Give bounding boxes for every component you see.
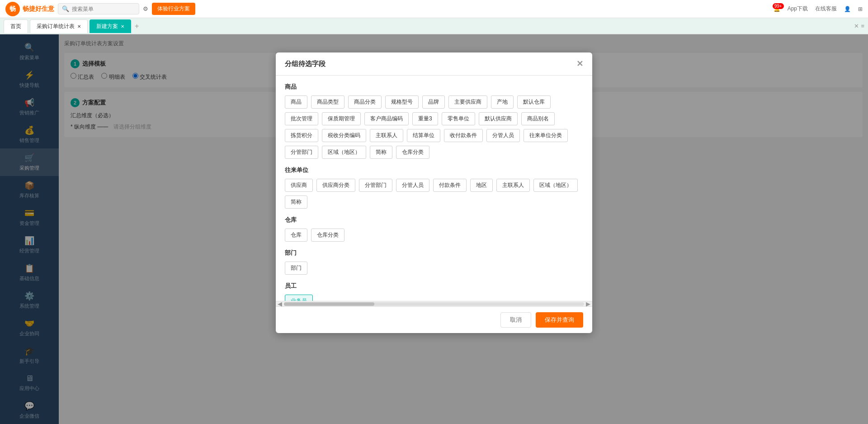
tab-purchase-order[interactable]: 采购订单统计表 ✕	[30, 19, 88, 33]
field-tag-区域（地区）[interactable]: 区域（地区）	[322, 146, 366, 159]
online-service-link[interactable]: 在线客服	[815, 5, 837, 13]
field-tag-往来单位分类[interactable]: 往来单位分类	[524, 129, 568, 142]
section-department: 部门部门	[285, 249, 583, 275]
field-tag-仓库[interactable]: 仓库	[285, 229, 307, 242]
section-counterpart: 往来单位供应商供应商分类分管部门分管人员付款条件地区主联系人区域（地区）简称	[285, 166, 583, 209]
field-tag-简称[interactable]: 简称	[285, 195, 307, 209]
save-button[interactable]: 保存并查询	[536, 312, 583, 328]
tab-bar-close-icon[interactable]: ✕	[854, 23, 859, 29]
field-tag-分管部门[interactable]: 分管部门	[285, 146, 318, 159]
field-tag-供应商[interactable]: 供应商	[285, 179, 313, 192]
field-tag-拣货积分[interactable]: 拣货积分	[285, 129, 318, 142]
notification-area[interactable]: 🔔 99+	[774, 6, 780, 12]
field-tag-商品[interactable]: 商品	[285, 95, 307, 109]
field-tag-分管人员[interactable]: 分管人员	[486, 129, 520, 142]
section-warehouse: 仓库仓库仓库分类	[285, 216, 583, 242]
field-tag-仓库分类[interactable]: 仓库分类	[396, 146, 429, 159]
tab-new-scheme-close[interactable]: ✕	[121, 24, 124, 29]
scrollbar-track	[284, 302, 584, 306]
modal-close-btn[interactable]: ✕	[576, 59, 583, 69]
expand-icon[interactable]: ⊞	[858, 6, 863, 12]
section-goods: 商品商品商品类型商品分类规格型号品牌主要供应商产地默认仓库批次管理保质期管理客户…	[285, 83, 583, 159]
top-bar-left: 畅 畅捷好生意 🔍 ⚙ 体验行业方案	[5, 2, 195, 16]
modal-header: 分组待选字段 ✕	[276, 52, 592, 76]
tab-home[interactable]: 首页	[4, 19, 28, 33]
field-tag-主联系人[interactable]: 主联系人	[496, 179, 530, 192]
field-tag-商品分类[interactable]: 商品分类	[348, 95, 382, 109]
logo-icon: 畅	[5, 2, 20, 16]
field-tag-默认供应商[interactable]: 默认供应商	[479, 112, 518, 125]
logo-area: 畅 畅捷好生意	[5, 2, 54, 16]
section-counterpart-title: 往来单位	[285, 166, 583, 174]
tab-home-label: 首页	[10, 23, 21, 30]
search-icon: 🔍	[62, 5, 69, 12]
field-tag-客户商品编码[interactable]: 客户商品编码	[364, 112, 409, 125]
section-warehouse-title: 仓库	[285, 216, 583, 224]
field-tag-分管人员[interactable]: 分管人员	[396, 179, 429, 192]
section-counterpart-tags: 供应商供应商分类分管部门分管人员付款条件地区主联系人区域（地区）简称	[285, 179, 583, 209]
tab-purchase-order-label: 采购订单统计表	[37, 23, 75, 30]
field-tag-品牌[interactable]: 品牌	[422, 95, 445, 109]
section-department-tags: 部门	[285, 262, 583, 275]
field-tag-税收分类编码[interactable]: 税收分类编码	[322, 129, 366, 142]
section-goods-title: 商品	[285, 83, 583, 91]
field-tag-商品类型[interactable]: 商品类型	[311, 95, 344, 109]
section-goods-tags: 商品商品类型商品分类规格型号品牌主要供应商产地默认仓库批次管理保质期管理客户商品…	[285, 95, 583, 159]
field-tag-零售单位[interactable]: 零售单位	[442, 112, 475, 125]
field-tag-部门[interactable]: 部门	[285, 262, 307, 275]
field-tag-地区[interactable]: 地区	[470, 179, 493, 192]
search-input[interactable]	[72, 6, 126, 12]
field-tag-默认仓库[interactable]: 默认仓库	[517, 95, 551, 109]
field-tag-分管部门[interactable]: 分管部门	[359, 179, 392, 192]
experience-btn[interactable]: 体验行业方案	[152, 3, 195, 15]
cancel-button[interactable]: 取消	[500, 312, 531, 328]
field-tag-重量3[interactable]: 重量3	[412, 112, 438, 125]
field-tag-区域（地区）[interactable]: 区域（地区）	[533, 179, 578, 192]
notification-badge: 99+	[773, 3, 784, 9]
field-tag-规格型号[interactable]: 规格型号	[385, 95, 419, 109]
tab-purchase-order-close[interactable]: ✕	[77, 24, 81, 29]
field-tag-商品别名[interactable]: 商品别名	[521, 112, 555, 125]
field-tag-仓库分类[interactable]: 仓库分类	[311, 229, 344, 242]
settings-icon[interactable]: ⚙	[143, 5, 148, 12]
field-tag-产地[interactable]: 产地	[491, 95, 514, 109]
top-bar: 畅 畅捷好生意 🔍 ⚙ 体验行业方案 🔔 99+ App下载 在线客服 👤 ⊞	[0, 0, 868, 18]
section-employee: 员工业务员	[285, 282, 583, 301]
field-tag-付款条件[interactable]: 付款条件	[433, 179, 467, 192]
field-tag-主要供应商[interactable]: 主要供应商	[448, 95, 487, 109]
tab-bar-menu-icon[interactable]: ≡	[861, 23, 864, 29]
tab-new-scheme-label: 新建方案	[96, 23, 118, 30]
user-avatar[interactable]: 👤	[844, 6, 851, 12]
field-tag-主联系人[interactable]: 主联系人	[370, 129, 403, 142]
tab-bar: 首页 采购订单统计表 ✕ 新建方案 ✕ + ✕ ≡	[0, 18, 868, 34]
field-tag-供应商分类[interactable]: 供应商分类	[316, 179, 355, 192]
modal-title: 分组待选字段	[285, 60, 326, 68]
logo-text: 畅捷好生意	[23, 5, 54, 13]
tab-add-icon[interactable]: +	[135, 22, 139, 30]
section-warehouse-tags: 仓库仓库分类	[285, 229, 583, 242]
field-tag-保质期管理[interactable]: 保质期管理	[322, 112, 361, 125]
modal-overlay: 分组待选字段 ✕ 商品商品商品类型商品分类规格型号品牌主要供应商产地默认仓库批次…	[0, 34, 868, 424]
section-employee-tags: 业务员	[285, 295, 583, 301]
tab-new-scheme[interactable]: 新建方案 ✕	[90, 19, 131, 33]
field-tag-简称[interactable]: 简称	[370, 146, 392, 159]
modal-body: 商品商品商品类型商品分类规格型号品牌主要供应商产地默认仓库批次管理保质期管理客户…	[276, 76, 592, 301]
field-tag-业务员[interactable]: 业务员	[285, 295, 313, 301]
search-bar[interactable]: 🔍	[58, 3, 139, 14]
modal-footer: 取消 保存并查询	[276, 306, 592, 333]
section-department-title: 部门	[285, 249, 583, 257]
section-employee-title: 员工	[285, 282, 583, 290]
app-download-link[interactable]: App下载	[788, 5, 808, 13]
top-bar-right: 🔔 99+ App下载 在线客服 👤 ⊞	[774, 5, 863, 13]
modal-scrollbar[interactable]: ◀ ▶	[276, 301, 592, 306]
scrollbar-thumb[interactable]	[284, 302, 374, 306]
field-tag-收付款条件[interactable]: 收付款条件	[444, 129, 483, 142]
modal: 分组待选字段 ✕ 商品商品商品类型商品分类规格型号品牌主要供应商产地默认仓库批次…	[276, 52, 592, 333]
field-tag-结算单位[interactable]: 结算单位	[407, 129, 440, 142]
field-tag-批次管理[interactable]: 批次管理	[285, 112, 318, 125]
